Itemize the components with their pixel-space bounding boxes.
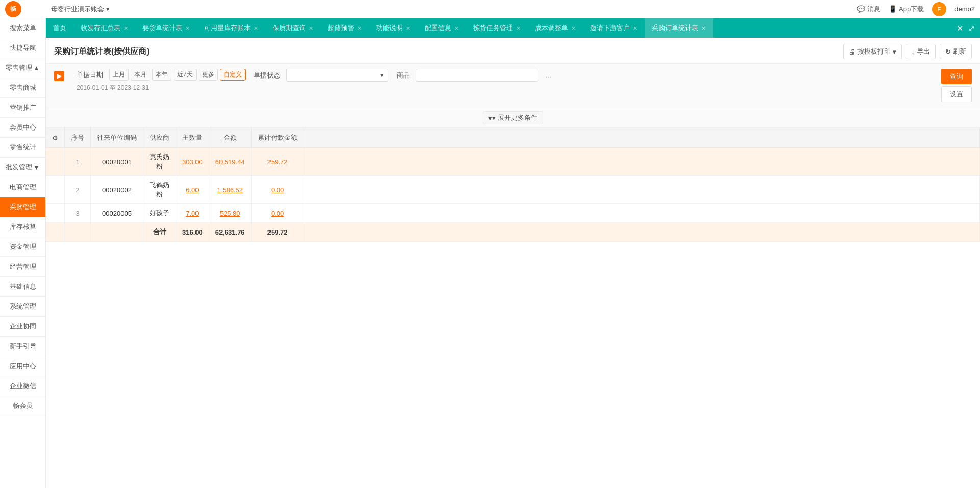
sidebar-item-marketing[interactable]: 营销推广 [0,98,45,118]
refresh-button[interactable]: ↻ 刷新 [940,44,972,59]
sidebar-item-search[interactable]: 搜索菜单 [0,18,45,38]
dropdown-icon: ▾ [106,5,110,13]
sidebar-item-wechat[interactable]: 企业微信 [0,376,45,396]
sidebar-item-appcenter[interactable]: 应用中心 [0,356,45,376]
export-button[interactable]: ↓ 导出 [906,44,936,59]
query-button[interactable]: 查询 [941,69,972,84]
message-btn[interactable]: 💬 消息 [857,5,880,14]
date-range-display: 2016-01-01 至 2023-12-31 [77,84,246,92]
close-tab-7-icon[interactable]: ✕ [454,25,459,32]
shortcut-this-month[interactable]: 本月 [131,69,150,81]
table-container: ⚙ 序号 往来单位编码 供应商 主数量 金额 累计付款金额 [46,128,980,242]
sidebar-item-finance[interactable]: 资金管理 [0,237,45,257]
close-tab-6-icon[interactable]: ✕ [406,25,410,32]
expand-icon: ▾▾ [488,114,496,122]
goods-more-icon[interactable]: … [546,71,552,79]
sidebar: 搜索菜单 快捷导航 零售管理 ▲ 零售商城 营销推广 会员中心 零售统计 [0,18,46,488]
sidebar-item-enterprise[interactable]: 企业协同 [0,317,45,337]
nav-tab-baozhouqi[interactable]: 保质期查询 ✕ [265,18,321,38]
sidebar-item-inventory[interactable]: 库存核算 [0,217,45,237]
status-dropdown-icon: ▾ [380,71,384,79]
sidebar-item-vip[interactable]: 畅会员 [0,396,45,416]
close-tab-8-icon[interactable]: ✕ [516,25,521,32]
td-empty-3 [304,204,979,223]
arrow-down-icon: ▼ [33,164,40,171]
td-paid-1[interactable]: 259.72 [251,148,304,176]
nav-tab-chengbentiaozhen[interactable]: 成本调整单 ✕ [528,18,583,38]
sidebar-item-retail-stats[interactable]: 零售统计 [0,138,45,158]
td-empty-2 [304,176,979,204]
shortcut-last-7-days[interactable]: 近7天 [174,69,197,81]
expand-more-btn[interactable]: ▾▾ 展开更多条件 [483,111,543,124]
close-tab-2-icon[interactable]: ✕ [185,25,190,32]
page-header-actions: 🖨 按模板打印 ▾ ↓ 导出 ↻ 刷新 [843,44,972,59]
shortcut-custom[interactable]: 自定义 [220,69,246,81]
nav-tab-shoufahuizong[interactable]: 收发存汇总表 ✕ [74,18,135,38]
td-paid-2[interactable]: 0.00 [251,176,304,204]
print-icon: 🖨 [849,48,855,56]
shortcut-more[interactable]: 更多 [199,69,218,81]
sidebar-item-newguide[interactable]: 新手引导 [0,337,45,356]
th-num: 序号 [65,128,91,148]
goods-input[interactable] [416,69,538,82]
tfoot-label: 合计 [143,223,176,242]
td-settings-1 [46,148,65,176]
table-body: 1 00020001 惠氏奶粉 303.00 60,519.44 259.72 [46,148,980,223]
settings-button[interactable]: 设置 [941,86,972,102]
tfoot-code [91,223,143,242]
close-tab-3-icon[interactable]: ✕ [254,25,258,32]
close-tab-4-icon[interactable]: ✕ [309,25,313,32]
close-all-tabs-icon[interactable]: ✕ [957,23,963,33]
td-amount-2[interactable]: 1,586.52 [209,176,251,204]
td-quantity-1[interactable]: 303.00 [176,148,209,176]
print-button[interactable]: 🖨 按模板打印 ▾ [843,44,902,59]
sidebar-item-retail-mall[interactable]: 零售商城 [0,78,45,98]
username: demo2 [954,5,975,13]
shortcut-last-month[interactable]: 上月 [109,69,129,81]
close-tab-11-icon[interactable]: ✕ [701,25,706,32]
status-select[interactable]: ▾ [286,69,388,82]
sidebar-item-purchase[interactable]: 采购管理 [0,197,45,217]
sidebar-item-quicknav[interactable]: 快捷导航 [0,38,45,58]
sidebar-item-member[interactable]: 会员中心 [0,118,45,138]
close-tab-9-icon[interactable]: ✕ [571,25,576,32]
close-tab-1-icon[interactable]: ✕ [124,25,128,32]
td-empty-1 [304,148,979,176]
close-tab-5-icon[interactable]: ✕ [357,25,362,32]
td-supplier-2: 飞鹤奶粉 [143,176,176,204]
shortcut-this-year[interactable]: 本年 [152,69,172,81]
nav-tab-peihuorenwu[interactable]: 拣货任务管理 ✕ [466,18,528,38]
td-paid-3[interactable]: 0.00 [251,204,304,223]
nav-tab-peizhi[interactable]: 配置信息 ✕ [418,18,466,38]
tfoot-empty [304,223,979,242]
app-logo: 畅 [5,1,21,17]
nav-tab-yaoqingxiayou[interactable]: 邀请下游客户 ✕ [583,18,645,38]
nav-tab-home[interactable]: 首页 [46,18,74,38]
th-supplier: 供应商 [143,128,176,148]
maximize-icon[interactable]: ⤢ [968,23,975,33]
td-amount-3[interactable]: 525.80 [209,204,251,223]
close-tab-10-icon[interactable]: ✕ [633,25,638,32]
nav-tab-yaohuodantongji[interactable]: 要货单统计表 ✕ [135,18,197,38]
sidebar-item-basic[interactable]: 基础信息 [0,277,45,297]
collapse-filter-btn[interactable]: ▶ [54,71,64,81]
tfoot-num [65,223,91,242]
nav-tab-keyongliangkucun[interactable]: 可用量库存账本 ✕ [197,18,265,38]
sidebar-item-operation[interactable]: 经营管理 [0,257,45,277]
td-quantity-3[interactable]: 7.00 [176,204,209,223]
th-settings[interactable]: ⚙ [46,128,65,148]
nav-tab-gongnengshuo[interactable]: 功能说明 ✕ [369,18,418,38]
nav-tab-chaochuyujing[interactable]: 超储预警 ✕ [321,18,369,38]
app-download-btn[interactable]: 📱 App下载 [889,5,924,14]
td-supplier-1: 惠氏奶粉 [143,148,176,176]
company-selector[interactable]: 母婴行业演示账套 ▾ [51,5,857,14]
avatar[interactable]: E [932,2,946,16]
td-amount-1[interactable]: 60,519.44 [209,148,251,176]
sidebar-item-ecommerce[interactable]: 电商管理 [0,177,45,197]
sidebar-item-retail[interactable]: 零售管理 ▲ [0,58,45,78]
nav-tab-caigoudantongji[interactable]: 采购订单统计表 ✕ [645,18,713,38]
td-quantity-2[interactable]: 6.00 [176,176,209,204]
th-paid: 累计付款金额 [251,128,304,148]
sidebar-item-system[interactable]: 系统管理 [0,297,45,317]
sidebar-item-wholesale[interactable]: 批发管理 ▼ [0,158,45,177]
